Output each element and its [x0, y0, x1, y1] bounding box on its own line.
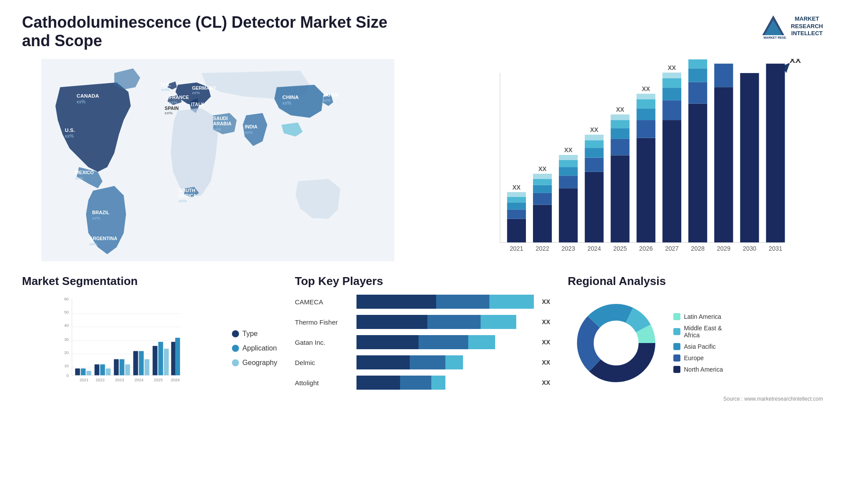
player-row-attolight: Attolight XX — [295, 376, 550, 390]
svg-text:50: 50 — [64, 310, 69, 314]
svg-rect-72 — [611, 114, 630, 120]
svg-rect-48 — [533, 193, 552, 205]
svg-text:2023: 2023 — [115, 378, 124, 382]
svg-text:XX: XX — [564, 146, 573, 153]
svg-text:BRAZIL: BRAZIL — [92, 210, 110, 215]
player-row-cameca: CAMECA XX — [295, 295, 550, 309]
svg-rect-94 — [714, 87, 733, 242]
svg-rect-123 — [114, 359, 119, 376]
svg-rect-124 — [120, 359, 125, 376]
world-map-svg: CANADA xx% U.S. xx% MEXICO xx% BRAZIL xx… — [22, 59, 414, 261]
svg-text:60: 60 — [64, 297, 69, 301]
svg-text:2022: 2022 — [96, 378, 104, 382]
svg-rect-76 — [636, 120, 655, 138]
svg-text:FRANCE: FRANCE — [169, 95, 189, 100]
svg-text:XX: XX — [512, 184, 521, 191]
svg-rect-116 — [81, 369, 86, 376]
logo-icon: MARKET RESEARCH — [760, 13, 786, 40]
svg-rect-120 — [100, 365, 105, 376]
svg-text:xx%: xx% — [179, 198, 187, 203]
svg-rect-54 — [559, 188, 578, 242]
svg-text:SOUTH: SOUTH — [179, 188, 195, 193]
svg-text:XX: XX — [642, 85, 650, 92]
svg-rect-85 — [662, 78, 681, 88]
legend-asia-pacific-label: Asia Pacific — [684, 343, 716, 350]
svg-rect-121 — [106, 369, 110, 376]
svg-rect-55 — [559, 175, 578, 188]
donut-wrapper: Latin America Middle East &Africa Asia P… — [568, 295, 823, 391]
svg-text:XX: XX — [790, 59, 801, 65]
svg-text:xx%: xx% — [75, 175, 84, 180]
player-name-delmic: Delmic — [295, 359, 352, 366]
segmentation-section: Market Segmentation 60 50 40 30 20 10 — [22, 274, 277, 402]
segmentation-chart: 60 50 40 30 20 10 0 — [22, 295, 219, 391]
svg-text:2029: 2029 — [717, 245, 731, 252]
svg-text:xx%: xx% — [165, 110, 173, 115]
player-name-attolight: Attolight — [295, 379, 352, 387]
svg-rect-65 — [585, 135, 604, 140]
svg-rect-50 — [533, 179, 552, 185]
svg-text:xx%: xx% — [77, 99, 86, 104]
page-title: Cathodoluminescence (CL) Detector Market… — [22, 13, 418, 50]
svg-text:2031: 2031 — [769, 245, 783, 252]
legend-latin-america: Latin America — [673, 313, 723, 320]
svg-text:2026: 2026 — [639, 245, 653, 252]
legend-type: Type — [232, 330, 277, 338]
svg-text:2021: 2021 — [80, 378, 88, 382]
svg-rect-82 — [662, 120, 681, 242]
map-section: CANADA xx% U.S. xx% MEXICO xx% BRAZIL xx… — [22, 59, 414, 261]
legend-application: Application — [232, 344, 277, 352]
svg-text:2021: 2021 — [510, 245, 523, 252]
player-xx-attolight: XX — [542, 379, 550, 386]
player-bar-thermo — [356, 315, 534, 329]
player-row-thermo: Thermo Fisher XX — [295, 315, 550, 329]
player-xx-delmic: XX — [542, 359, 550, 366]
svg-text:AFRICA: AFRICA — [179, 193, 197, 198]
svg-rect-132 — [158, 342, 163, 375]
svg-text:2028: 2028 — [691, 245, 705, 252]
svg-text:xx%: xx% — [191, 107, 199, 112]
legend-north-america: North America — [673, 366, 723, 373]
svg-rect-128 — [139, 351, 144, 375]
svg-text:xx%: xx% — [245, 130, 253, 135]
svg-rect-127 — [133, 351, 138, 375]
svg-text:20: 20 — [64, 351, 69, 355]
svg-rect-125 — [125, 365, 130, 376]
svg-text:2023: 2023 — [562, 245, 575, 252]
svg-text:GERMANY: GERMANY — [192, 85, 216, 91]
player-bar-cameca — [356, 295, 534, 309]
player-bar-gatan — [356, 335, 534, 349]
svg-rect-90 — [688, 82, 707, 103]
player-row-gatan: Gatan Inc. XX — [295, 335, 550, 349]
svg-rect-69 — [611, 139, 630, 155]
svg-rect-119 — [95, 365, 99, 376]
svg-rect-84 — [662, 88, 681, 100]
source-text: Source : www.marketresearchintellect.com — [568, 396, 823, 402]
segmentation-legend: Type Application Geography — [232, 295, 277, 393]
legend-europe-label: Europe — [684, 354, 704, 362]
legend-type-dot — [232, 330, 239, 337]
svg-text:MARKET RESEARCH: MARKET RESEARCH — [764, 36, 786, 39]
svg-text:2024: 2024 — [134, 378, 143, 382]
svg-rect-95 — [714, 64, 733, 87]
svg-text:SAUDI: SAUDI — [213, 116, 228, 121]
svg-rect-97 — [740, 73, 759, 242]
svg-rect-92 — [688, 59, 707, 68]
legend-asia-pacific-color — [673, 343, 680, 350]
players-list: CAMECA XX Thermo Fisher — [295, 295, 550, 390]
svg-rect-49 — [533, 185, 552, 193]
regional-section: Regional Analysis — [568, 274, 823, 402]
svg-rect-56 — [559, 167, 578, 175]
legend-geography: Geography — [232, 359, 277, 367]
svg-text:ITALY: ITALY — [191, 102, 204, 107]
header: Cathodoluminescence (CL) Detector Market… — [22, 13, 823, 50]
logo-text: MARKET RESEARCH INTELLECT — [791, 15, 823, 38]
legend-mea-label: Middle East &Africa — [684, 325, 722, 339]
svg-rect-44 — [507, 192, 526, 197]
svg-text:XX: XX — [590, 126, 599, 133]
player-xx-thermo: XX — [542, 318, 550, 325]
svg-point-143 — [594, 321, 638, 365]
svg-rect-83 — [662, 100, 681, 120]
svg-text:30: 30 — [64, 337, 69, 342]
legend-north-america-color — [673, 366, 680, 373]
